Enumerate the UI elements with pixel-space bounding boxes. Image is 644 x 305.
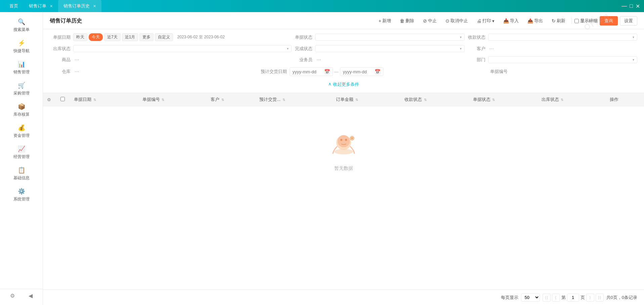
warehouse-select-btn[interactable]: ··· (73, 69, 80, 75)
sort-delivery-icon[interactable]: ⇅ (283, 98, 285, 102)
tab-sales-order-history[interactable]: 销售订单历史 ✕ (58, 0, 101, 12)
sort-date-icon[interactable]: ⇅ (93, 98, 96, 102)
cancel-stop-btn[interactable]: ⊙ 取消中止 (442, 16, 471, 26)
expected-delivery-end-input[interactable] (343, 69, 373, 74)
chart-icon: 📊 (18, 61, 25, 68)
first-page-btn[interactable]: ⟨⟨ (543, 294, 551, 302)
per-page-select[interactable]: 50 10 20 100 (521, 293, 540, 302)
salesperson-select-btn[interactable]: ··· (315, 57, 322, 63)
box-icon: 📦 (18, 103, 25, 110)
window-minimize-btn[interactable]: — (621, 3, 627, 9)
print-btn[interactable]: 🖨 打印 ▾ (473, 16, 498, 26)
select-all-checkbox[interactable] (60, 97, 65, 101)
export-btn[interactable]: 📤 导出 (524, 16, 546, 26)
page-header: 销售订单历史 + 新增 🗑 删除 ⊘ 中止 ⊙ (43, 12, 644, 29)
new-btn[interactable]: + 新增 (375, 16, 394, 26)
sidebar-collapse-btn[interactable]: ◀ (29, 293, 33, 299)
tab-sales-order[interactable]: 销售订单 ✕ (24, 0, 58, 12)
cancel-stop-btn-label: 取消中止 (450, 18, 468, 24)
sort-amount-icon[interactable]: ⇅ (355, 98, 358, 102)
sort-doc-icon[interactable]: ⇅ (162, 98, 164, 102)
sidebar-item-business[interactable]: 📈 经营管理 (0, 142, 43, 163)
filter-completion-status: 完成状态 ▾ (292, 45, 464, 52)
svg-point-4 (345, 139, 347, 141)
last-page-btn[interactable]: ⟩⟩ (596, 294, 604, 302)
filter-doc-number: 单据编号 (487, 69, 637, 75)
sidebar-item-basic-info[interactable]: 📋 基础信息 (0, 163, 43, 184)
department-select[interactable]: ▾ (488, 56, 637, 63)
collapse-icon: ∧ (328, 81, 332, 87)
completion-status-select[interactable]: ▾ (315, 45, 464, 52)
window-close-btn[interactable]: ✕ (636, 3, 640, 9)
import-btn[interactable]: 📥 导入 (500, 16, 522, 26)
sidebar-item-search[interactable]: 🔍 搜索菜单 (0, 15, 43, 36)
date-tag-more[interactable]: 更多 (139, 33, 154, 41)
sidebar-settings-btn[interactable]: ⚙ (10, 293, 15, 299)
customer-label: 客户 (465, 46, 488, 52)
doc-number-label: 单据编号 (487, 69, 510, 75)
window-maximize-btn[interactable]: □ (630, 3, 633, 9)
date-tag-custom[interactable]: 自定义 (155, 33, 173, 41)
delivery-status-select[interactable]: ▾ (73, 45, 292, 52)
display-cols-toggle[interactable]: 显示碎细 (574, 18, 598, 24)
print-btn-label: 打印 (482, 18, 491, 24)
th-payment-status-label: 收款状态 (404, 97, 422, 102)
table-area: ⚙ 单据日期 ⇅ 单据编号 ⇅ (43, 93, 644, 290)
sort-payment-icon[interactable]: ⇅ (424, 98, 427, 102)
date-tag-1month[interactable]: 近1月 (122, 33, 138, 41)
th-order-amount-label: 订单金额 (336, 97, 353, 102)
display-cols-checkbox[interactable] (574, 19, 579, 23)
filter-area: 单据日期 昨天 今天 近7天 近1月 更多 自定义 2023-06-02 至 2… (43, 29, 644, 93)
delete-icon: 🗑 (400, 18, 404, 24)
prev-page-btn[interactable]: ⟨ (552, 294, 560, 302)
gear-icon: ⚙️ (18, 188, 25, 195)
sort-customer-icon[interactable]: ⇅ (221, 98, 224, 102)
next-page-btn[interactable]: ⟩ (586, 294, 594, 302)
th-date: 单据日期 ⇅ (70, 93, 138, 106)
product-select-btn[interactable]: ··· (73, 57, 80, 63)
date-tag-7days[interactable]: 近7天 (104, 33, 121, 41)
settings-btn[interactable]: 设置 (620, 16, 637, 26)
query-btn[interactable]: 查询 (600, 16, 618, 26)
export-btn-label: 导出 (534, 18, 543, 24)
status-filter-select[interactable]: ▾ (315, 34, 464, 41)
filter-customer: 客户 ··· (465, 46, 637, 52)
department-label: 部门 (465, 57, 488, 63)
collapse-row[interactable]: ∧ 收起更多条件 (50, 80, 637, 89)
sort-doc-status-icon[interactable]: ⇅ (492, 98, 495, 102)
expected-delivery-end[interactable]: 📅 (340, 67, 383, 76)
stop-btn-label: 中止 (428, 18, 437, 24)
table-settings-icon[interactable]: ⚙ (47, 97, 51, 102)
tab-sales-order-history-close[interactable]: ✕ (93, 4, 96, 8)
expected-delivery-start[interactable]: 📅 (290, 67, 333, 76)
tab-sales-order-close[interactable]: ✕ (50, 4, 53, 8)
refresh-btn[interactable]: ↻ 刷新 (548, 16, 569, 26)
table-footer: 每页显示 50 10 20 100 ⟨⟨ ⟨ 第 页 ⟩ ⟩⟩ 共0页，0条记录 (43, 290, 644, 305)
sidebar-item-sales[interactable]: 📊 销售管理 (0, 57, 43, 78)
per-page-label: 每页显示 (501, 295, 518, 301)
th-order-amount: 订单金额 ⇅ (332, 93, 400, 106)
date-tag-yesterday[interactable]: 昨天 (73, 33, 87, 41)
customer-select-btn[interactable]: ··· (488, 46, 495, 52)
tab-sales-order-label: 销售订单 (29, 3, 46, 9)
sidebar-item-finance[interactable]: 💰 资金管理 (0, 121, 43, 142)
expected-delivery-start-input[interactable] (293, 69, 323, 74)
main-layout: 🔍 搜索菜单 ⚡ 快捷导航 📊 销售管理 🛒 采购管理 📦 库存核算 💰 资金管… (0, 12, 644, 305)
sidebar-item-quick-nav[interactable]: ⚡ 快捷导航 (0, 36, 43, 57)
sidebar-item-system[interactable]: ⚙️ 系统管理 (0, 184, 43, 205)
calendar-icon-2: 📅 (375, 69, 380, 74)
page-input[interactable] (567, 294, 579, 302)
date-tag-today[interactable]: 今天 (89, 33, 103, 41)
stop-btn[interactable]: ⊘ 中止 (420, 16, 440, 26)
sidebar-item-business-label: 经营管理 (13, 154, 30, 160)
th-expected-delivery: 预计交货... ⇅ (255, 93, 332, 106)
payment-status-select[interactable]: ▾ (488, 34, 637, 41)
sidebar-item-inventory[interactable]: 📦 库存核算 (0, 100, 43, 121)
sidebar-item-purchase[interactable]: 🛒 采购管理 (0, 78, 43, 100)
sort-delivery-status-icon[interactable]: ⇅ (561, 98, 563, 102)
data-table: ⚙ 单据日期 ⇅ 单据编号 ⇅ (43, 93, 644, 106)
display-cols-label: 显示碎细 (580, 18, 598, 24)
tab-home[interactable]: 首页 (4, 0, 24, 12)
delete-btn[interactable]: 🗑 删除 (396, 16, 418, 26)
stop-icon: ⊘ (423, 18, 427, 24)
